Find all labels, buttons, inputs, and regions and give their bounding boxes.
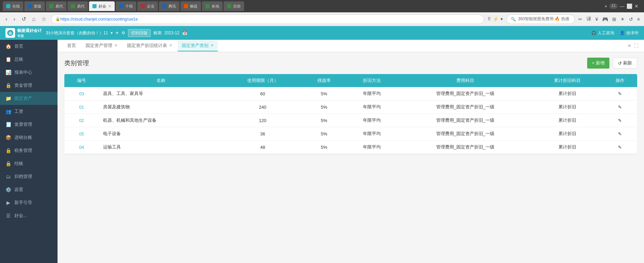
calendar-icon[interactable]: 📅 (182, 31, 187, 35)
sidebar-item-funds[interactable]: 🔒资金管理 (0, 79, 58, 92)
sidebar-icon-settings: ⚙️ (5, 187, 11, 192)
cell-code-4[interactable]: 04 (64, 141, 99, 154)
add-button[interactable]: + 新增 (587, 58, 609, 69)
cell-code-1[interactable]: 01 (64, 100, 99, 114)
sidebar-item-fixed-assets[interactable]: 📁固定资产 (0, 92, 58, 105)
cell-name-0: 器具、工具、家具等 (99, 87, 223, 100)
browser-tab-t3[interactable]: 易代 (46, 1, 66, 11)
cell-operation-1[interactable]: ✎ (603, 100, 637, 114)
url-input[interactable]: 🔒 https://cloud.chanjet.com/accounting/u… (51, 14, 484, 24)
cell-code-2[interactable]: 02 (64, 114, 99, 127)
sidebar-item-settings[interactable]: ⚙️设置 (0, 183, 58, 196)
cell-name-2: 机器、机械和其他生产设备 (99, 114, 223, 127)
sidebar-item-salary[interactable]: 👥工资 (0, 105, 58, 118)
close-window-icon[interactable]: ✕ (628, 43, 631, 48)
sidebar-item-ledger[interactable]: 📋总账 (0, 53, 58, 66)
sidebar-item-guide[interactable]: ▶新手引导 (0, 196, 58, 209)
sidebar-item-closing[interactable]: 🔒结账 (0, 157, 58, 170)
brightness-icon[interactable]: ☀ (620, 16, 625, 22)
page-content: 类别管理 + 新增 ↺ 刷新 编号名称使用期限（月）残值率折旧方法费用科目累计折… (58, 52, 644, 263)
browser-tab-t11[interactable]: 目前 (224, 1, 244, 11)
sidebar-label-tax: 税务管理 (14, 147, 32, 154)
tab-close-fixed-mgmt[interactable]: ✕ (114, 43, 117, 48)
cell-operation-3[interactable]: ✎ (603, 127, 637, 141)
cell-code-0[interactable]: 03 (64, 87, 99, 100)
avatar[interactable]: 👤 徐泽华 (620, 30, 639, 36)
sidebar-item-archive[interactable]: 🗂归档管理 (0, 170, 58, 183)
expand-icon[interactable]: ⛶ (634, 43, 639, 48)
browser-tab-t2[interactable]: 新版 (24, 1, 45, 11)
window-maximize[interactable]: ⬜ (627, 3, 632, 9)
browser-tab-t9[interactable]: 畅提 (180, 1, 201, 11)
cell-expense_account-0: 管理费用_固定资产折旧_一级 (398, 87, 532, 100)
search-input[interactable]: 🔍 360智能抠图免费用 🔥 热搜 (506, 14, 575, 24)
content-tab-fixed-depreciation[interactable]: 固定资产折旧统计表✕ (123, 40, 176, 51)
sidebar-icon-invoice: 🧾 (5, 122, 11, 127)
sidebar-item-more[interactable]: ☰好会... (0, 209, 58, 222)
app-header: 会 畅捷通好会计 专版 刘小艳演示套套（勿删勿动！）11 ▾ + ⚙ 切到旧版 … (0, 26, 644, 40)
tab-close-fixed-depreciation[interactable]: ✕ (169, 43, 172, 48)
cell-code-3[interactable]: 05 (64, 127, 99, 141)
sidebar-item-inventory[interactable]: 📦进销台账 (0, 131, 58, 144)
content-tab-fixed-mgmt[interactable]: 固定资产管理✕ (81, 40, 122, 51)
cell-expense_account-3: 管理费用_固定资产折旧_一级 (398, 127, 532, 141)
cell-usage_period-0: 60 (223, 87, 302, 100)
content-tab-home[interactable]: 首页 (63, 40, 80, 51)
sidebar-icon-fixed-assets: 📁 (5, 96, 11, 101)
browser-tab-t5[interactable]: 好会✕ (89, 1, 115, 11)
undo-icon[interactable]: ↺ (629, 16, 633, 22)
scissors-icon[interactable]: ✂ (578, 16, 582, 22)
logo-icon: 会 (5, 28, 15, 38)
browser-tab-t4[interactable]: 易代 (67, 1, 88, 11)
boost-icon[interactable]: ⚡ (493, 16, 498, 22)
app-header-info: 刘小艳演示套套（勿删勿动！）11 ▾ + ⚙ 切到旧版 账期 2023-12 📅 (46, 29, 587, 37)
switch-version-btn[interactable]: 切到旧版 (128, 29, 151, 37)
dropdown-icon[interactable]: ▾ (501, 16, 503, 22)
bookmark-button[interactable]: ☆ (40, 14, 48, 24)
back-button[interactable]: ‹ (4, 15, 9, 24)
browser-tab-t6[interactable]: 个税 (116, 1, 136, 11)
cell-operation-0[interactable]: ✎ (603, 87, 637, 100)
window-minimize[interactable]: — (620, 3, 624, 9)
sidebar-label-archive: 归档管理 (14, 174, 32, 180)
browser-tab-t7[interactable]: 企业 (137, 1, 158, 11)
user-dropdown-icon[interactable]: ▾ (111, 31, 113, 35)
cell-operation-4[interactable]: ✎ (603, 141, 637, 154)
tab-close-fixed-category[interactable]: ✕ (211, 43, 214, 48)
refresh-btn[interactable]: ↺ 刷新 (613, 58, 637, 69)
new-tab-btn[interactable]: + (605, 3, 607, 9)
cell-operation-2[interactable]: ✎ (603, 114, 637, 127)
qr-icon[interactable]: ⠿ (488, 16, 491, 22)
forward-button[interactable]: › (12, 15, 16, 24)
sidebar-icon-reports: 📊 (5, 70, 11, 75)
browser-tab-t10[interactable]: 各地 (202, 1, 223, 11)
sidebar-label-guide: 新手引导 (14, 200, 32, 206)
content-tab-fixed-category[interactable]: 固定资产类别✕ (178, 40, 218, 51)
browser-tab-t1[interactable]: 在线 (3, 1, 23, 11)
sidebar-item-home[interactable]: 🏠首页 (0, 40, 58, 53)
translate-icon[interactable]: 译 (586, 16, 591, 22)
menu-icon[interactable]: ≡ (637, 16, 640, 22)
window-close[interactable]: ✕ (634, 3, 639, 9)
user-company: 刘小艳演示套套（勿删勿动！）11 (46, 30, 108, 36)
cell-depreciation_method-1: 年限平均 (346, 100, 398, 114)
settings-gear-icon[interactable]: ⚙ (122, 31, 125, 35)
add-company-btn[interactable]: + (115, 30, 118, 36)
table-row: 04运输工具485%年限平均管理费用_固定资产折旧_一级累计折旧✎ (64, 141, 637, 154)
cell-usage_period-3: 36 (223, 127, 302, 141)
sidebar-label-reports: 报表中心 (14, 69, 32, 75)
sidebar-item-invoice[interactable]: 🧾发票管理 (0, 118, 58, 131)
content-tabs: 首页固定资产管理✕固定资产折旧统计表✕固定资产类别✕ ✕ ⛶ (58, 40, 644, 52)
sidebar-item-reports[interactable]: 📊报表中心 (0, 66, 58, 79)
refresh-button[interactable]: ↺ (20, 14, 27, 24)
wallet-icon[interactable]: ¥ (595, 16, 598, 22)
home-button[interactable]: ⌂ (31, 15, 37, 24)
cell-accumulated_account-0: 累计折旧 (532, 87, 603, 100)
sidebar-item-tax[interactable]: 🔒税务管理 (0, 144, 58, 157)
game-icon[interactable]: 🎮 (602, 16, 608, 22)
browser-tab-t8[interactable]: 腾讯 (159, 1, 179, 11)
sidebar-label-more: 好会... (14, 213, 27, 219)
cell-usage_period-4: 48 (223, 141, 302, 154)
consult-btn[interactable]: 🎧 人工咨询 (591, 30, 614, 36)
grid-icon[interactable]: ⊞ (612, 16, 616, 22)
